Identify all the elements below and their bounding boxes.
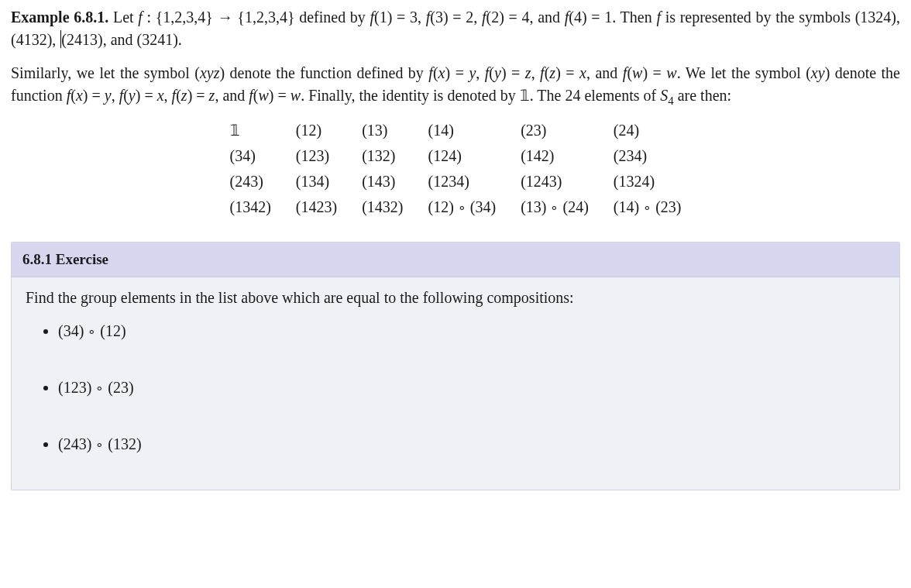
table-cell: (34) (218, 143, 284, 169)
page: Example 6.8.1. Let f : {1,2,3,4} → {1,2,… (0, 0, 911, 490)
table-cell: (12) (284, 118, 349, 143)
table-cell: (13) ∘ (24) (508, 194, 601, 220)
table-cell: (1234) (416, 169, 509, 194)
table-cell: (14) (416, 118, 509, 143)
exercise-list: (34) ∘ (12)(123) ∘ (23)(243) ∘ (132) (26, 320, 885, 456)
table-cell: (1324) (601, 169, 694, 194)
list-item: (123) ∘ (23) (58, 377, 885, 399)
table-row: (1342)(1423)(1432)(12) ∘ (34)(13) ∘ (24)… (218, 194, 694, 220)
table-cell: (24) (601, 118, 694, 143)
table-cell: 𝟙 (218, 118, 284, 143)
exercise-box: 6.8.1 Exercise Find the group elements i… (11, 242, 900, 490)
table-cell: (1243) (508, 169, 601, 194)
list-item: (243) ∘ (132) (58, 433, 885, 456)
table-cell: (123) (284, 143, 349, 169)
table-cell: (243) (218, 169, 284, 194)
table-cell: (1342) (218, 194, 284, 220)
list-item: (34) ∘ (12) (58, 320, 885, 342)
table-cell: (234) (601, 143, 694, 169)
table-cell: (143) (349, 169, 415, 194)
exercise-body: Find the group elements in the list abov… (12, 277, 899, 456)
table-row: (243)(134)(143)(1234)(1243)(1324) (218, 169, 694, 194)
paragraph-2: Similarly, we let the symbol (xyz) denot… (11, 62, 900, 107)
example-text: Let f : {1,2,3,4} → {1,2,3,4} defined by… (11, 9, 900, 48)
exercise-title: 6.8.1 Exercise (12, 242, 899, 277)
table-cell: (14) ∘ (23) (601, 194, 694, 220)
table-row: 𝟙(12)(13)(14)(23)(24) (218, 118, 694, 143)
table-cell: (13) (349, 118, 415, 143)
table-cell: (134) (284, 169, 349, 194)
exercise-prompt: Find the group elements in the list abov… (26, 287, 885, 309)
table-cell: (23) (508, 118, 601, 143)
s4-elements-table: 𝟙(12)(13)(14)(23)(24)(34)(123)(132)(124)… (218, 118, 694, 220)
table-row: (34)(123)(132)(124)(142)(234) (218, 143, 694, 169)
table-cell: (1432) (349, 194, 415, 220)
table-cell: (132) (349, 143, 415, 169)
table-cell: (12) ∘ (34) (416, 194, 509, 220)
example-paragraph: Example 6.8.1. Let f : {1,2,3,4} → {1,2,… (11, 6, 900, 51)
s4-elements-body: 𝟙(12)(13)(14)(23)(24)(34)(123)(132)(124)… (218, 118, 694, 220)
table-cell: (142) (508, 143, 601, 169)
table-cell: (1423) (284, 194, 349, 220)
example-label: Example 6.8.1. (11, 9, 108, 26)
table-cell: (124) (416, 143, 509, 169)
